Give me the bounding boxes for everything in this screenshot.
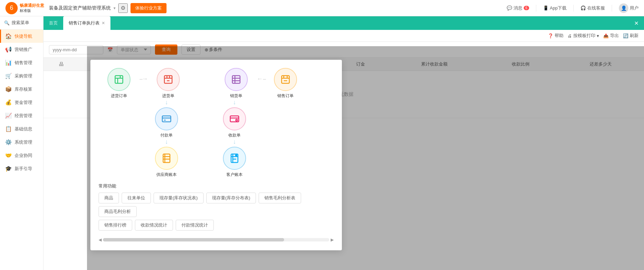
tab-bar: 首页 销售订单执行表 ✕ ✕ [43,16,644,30]
sidebar-item-inventory[interactable]: 📦 库存核算 [0,83,43,96]
trial-button[interactable]: 体验行业方案 [130,3,167,13]
app-title-dropdown-icon[interactable]: ▾ [114,6,116,11]
download-icon: 📱 [543,5,549,11]
tab-bar-inner: 首页 销售订单执行表 ✕ ✕ [43,16,644,30]
finance-icon: 💰 [5,99,12,106]
tab-sales-order[interactable]: 销售订单执行表 ✕ [63,16,110,30]
top-bar: 6 畅康通好生意 标准版 装备及固定资产辅助管理系统 ▾ ⚙ 体验行业方案 💬 … [0,0,644,16]
sidebar-item-system[interactable]: ⚙️ 系统管理 [0,136,43,149]
sales-order-2-icon [274,68,297,91]
sales-order-icon [225,68,248,91]
logo-icon: 6 [5,2,18,14]
message-badge: 6 [524,6,529,10]
tab-bar-close[interactable]: ✕ [634,20,644,26]
flow-node-purchase-receipt[interactable]: 进货单 [148,68,189,99]
sidebar-item-quick-nav[interactable]: 🏠 快捷导航 [0,30,43,43]
sidebar-item-sales[interactable]: 📊 销售管理 [0,56,43,69]
common-functions: 常用功能 商品 往来单位 现存量(库存状况表) 现存量(库存分布表) 销售毛利分… [99,183,334,231]
payment-icon [155,107,178,130]
tab-close-icon[interactable]: ✕ [102,21,105,25]
flow-row-2: 供应商账本 客户账本 [99,147,334,178]
scroll-left-icon[interactable]: ◀ [99,237,102,242]
app-download-button[interactable]: 📱 App下载 [543,5,567,11]
flow-node-receipt[interactable]: 收款单 [214,107,255,138]
common-functions-title: 常用功能 [99,183,334,189]
scroll-thumb[interactable] [103,238,284,241]
svg-rect-3 [282,76,290,84]
sidebar-item-newbie[interactable]: 🎓 新手引导 [0,162,43,175]
print-icon: 🖨 [568,33,572,38]
flow-node-sales-order-2[interactable]: 销售订单 [265,68,306,99]
svg-rect-7 [163,154,170,163]
help-button[interactable]: ❓ 帮助 [548,33,563,39]
refresh-icon: 🔄 [623,33,628,38]
online-service-button[interactable]: 🎧 在线客服 [580,5,605,11]
sidebar: 🔍 搜索菜单 🏠 快捷导航 📢 营销推广 📊 销售管理 🛒 采购管理 📦 [0,16,43,270]
modal-scrollbar[interactable]: ◀ ▶ [99,237,334,242]
flow-node-payment[interactable]: 付款单 [146,107,187,138]
down-arrow-3: ↓ [146,138,187,145]
svg-rect-2 [232,76,240,84]
arrow-1: - - - - → [139,75,148,83]
common-function-buttons: 商品 往来单位 现存量(库存状况表) 现存量(库存分布表) 销售毛利分析表 商品… [99,193,334,217]
flow-node-purchase-order[interactable]: 进货订单 [99,68,139,99]
logo-area: 6 畅康通好生意 标准版 [5,2,49,14]
sidebar-item-enterprise[interactable]: 🤝 企业协同 [0,149,43,162]
flow-node-sales-order[interactable]: 销货单 [216,68,257,99]
cf-btn-receipt-stats[interactable]: 收款情况统计 [135,220,173,231]
flow-row-0: 进货订单 - - - - → [99,68,334,99]
sidebar-item-operations[interactable]: 📈 经营管理 [0,109,43,122]
purchase-icon: 🛒 [5,73,12,79]
export-icon: 📤 [603,33,609,38]
sidebar-item-basic-info[interactable]: 📋 基础信息 [0,122,43,136]
app-title-area: 装备及固定资产辅助管理系统 ▾ ⚙ 体验行业方案 [49,3,507,13]
content-toolbar: ❓ 帮助 🖨 按模板打印 ▾ 📤 导出 🔄 刷新 [43,30,644,42]
user-button[interactable]: 👤 用户 [619,3,639,13]
app-title: 装备及固定资产辅助管理系统 [49,5,111,11]
top-right-actions: 💬 消息 6 📱 App下载 🎧 在线客服 👤 用户 [507,3,639,13]
down-arrow-4: ↓ [214,138,255,145]
tab-home[interactable]: 首页 [43,16,63,30]
cf-btn-sales-rank[interactable]: 销售排行榜 [99,220,132,231]
export-button[interactable]: 📤 导出 [603,33,619,39]
refresh-button[interactable]: 🔄 刷新 [623,33,639,39]
customer-ledger-icon [223,147,246,170]
inventory-icon: 📦 [5,86,12,92]
main-layout: 🔍 搜索菜单 🏠 快捷导航 📢 营销推广 📊 销售管理 🛒 采购管理 📦 [0,16,644,270]
system-icon: ⚙️ [5,139,12,145]
marketing-icon: 📢 [5,46,12,53]
purchase-order-icon [107,68,130,91]
divider1 [536,5,536,12]
scroll-track[interactable] [103,238,329,241]
flow-node-customer-ledger[interactable]: 客户账本 [214,147,255,178]
message-icon: 💬 [507,5,512,11]
cf-btn-goods-margin[interactable]: 商品毛利分析 [99,206,137,217]
content-area: 首页 销售订单执行表 ✕ ✕ ❓ 帮助 � [43,16,644,270]
settings-button[interactable]: ⚙ [118,3,128,13]
arrow-2: ← - - - - [257,75,265,83]
divider3 [612,5,612,12]
basic-info-icon: 📋 [5,126,12,132]
svg-point-9 [236,155,237,156]
message-button[interactable]: 💬 消息 6 [507,5,529,11]
flow-node-supplier-ledger[interactable]: 供应商账本 [146,147,187,178]
modal-overlay: 进货订单 - - - - → [87,46,644,270]
cf-btn-counterpart[interactable]: 往来单位 [122,193,151,203]
print-button[interactable]: 🖨 按模板打印 ▾ [568,33,599,39]
search-icon: 🔍 [4,20,10,25]
flow-diagram: 进货订单 - - - - → [99,68,334,178]
cf-btn-payment-stats[interactable]: 付款情况统计 [176,220,214,231]
close-icon[interactable]: ✕ [634,20,639,26]
sidebar-search[interactable]: 🔍 搜索菜单 [0,16,43,30]
sidebar-item-finance[interactable]: 💰 资金管理 [0,96,43,109]
scroll-right-icon[interactable]: ▶ [331,237,334,242]
flow-row-arrows-2: ↓ ↓ [99,138,334,145]
sidebar-item-purchase[interactable]: 🛒 采购管理 [0,69,43,83]
cf-btn-stock-dist[interactable]: 现存量(库存分布表) [206,193,256,203]
cf-btn-stock-status[interactable]: 现存量(库存状况表) [154,193,204,203]
sidebar-item-marketing[interactable]: 📢 营销推广 [0,43,43,56]
flow-modal: 进货订单 - - - - → [90,60,342,250]
cf-btn-sales-margin[interactable]: 销售毛利分析表 [259,193,301,203]
cf-btn-goods[interactable]: 商品 [99,193,119,203]
svg-rect-1 [164,76,172,84]
